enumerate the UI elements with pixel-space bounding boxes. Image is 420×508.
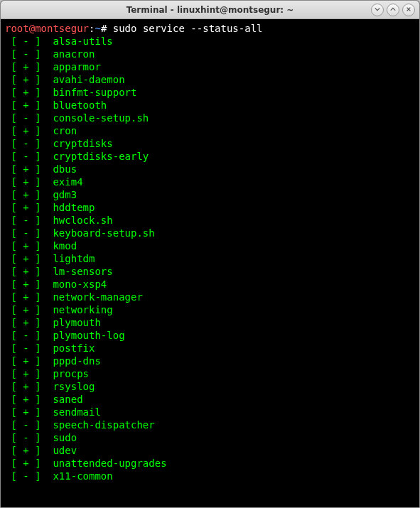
service-status: [ + ] <box>5 266 53 277</box>
service-status: [ - ] <box>5 227 53 239</box>
service-status: [ - ] <box>5 432 53 443</box>
service-name: kmod <box>53 240 77 252</box>
service-row: [ + ] kmod <box>5 239 415 252</box>
prompt-user: root@montsegur <box>5 23 89 34</box>
service-name: sudo <box>53 432 77 443</box>
service-name: cron <box>53 125 77 136</box>
service-name: plymouth <box>53 317 100 328</box>
close-button[interactable] <box>402 4 415 16</box>
service-status: [ + ] <box>5 279 53 290</box>
service-row: [ + ] plymouth <box>5 316 415 329</box>
service-status: [ + ] <box>5 202 53 213</box>
service-name: speech-dispatcher <box>53 419 154 431</box>
service-row: [ + ] udev <box>5 444 415 457</box>
service-status: [ - ] <box>5 330 53 341</box>
service-status: [ + ] <box>5 189 53 200</box>
service-row: [ - ] sudo <box>5 431 415 444</box>
service-name: avahi-daemon <box>53 74 124 85</box>
service-status: [ + ] <box>5 394 53 405</box>
service-row: [ + ] binfmt-support <box>5 86 415 99</box>
service-name: rsyslog <box>53 381 95 392</box>
service-row: [ + ] pppd-dns <box>5 355 415 367</box>
service-name: network-manager <box>53 291 142 303</box>
service-name: exim4 <box>53 176 82 188</box>
service-status: [ + ] <box>5 99 53 111</box>
service-name: cryptdisks <box>53 138 112 149</box>
service-name: plymouth-log <box>53 330 124 341</box>
service-status: [ + ] <box>5 381 53 392</box>
service-status: [ + ] <box>5 406 53 418</box>
service-status: [ + ] <box>5 125 53 136</box>
service-row: [ - ] anacron <box>5 48 415 60</box>
service-name: console-setup.sh <box>53 112 149 124</box>
service-row: [ + ] mono-xsp4 <box>5 278 415 291</box>
service-status: [ + ] <box>5 87 53 98</box>
service-row: [ + ] sendmail <box>5 406 415 418</box>
service-status: [ - ] <box>5 151 53 162</box>
service-name: gdm3 <box>53 189 77 200</box>
service-row: [ + ] networking <box>5 303 415 316</box>
service-status: [ + ] <box>5 163 53 175</box>
service-name: procps <box>53 368 89 379</box>
service-status: [ + ] <box>5 61 53 72</box>
service-status: [ - ] <box>5 419 53 431</box>
service-name: cryptdisks-early <box>53 151 149 162</box>
maximize-button[interactable] <box>387 4 399 16</box>
service-status: [ - ] <box>5 36 53 47</box>
command-text: sudo service --status-all <box>113 23 263 34</box>
service-name: hddtemp <box>53 202 95 213</box>
service-name: pppd-dns <box>53 355 100 367</box>
service-row: [ - ] plymouth-log <box>5 329 415 342</box>
service-row: [ + ] exim4 <box>5 175 415 188</box>
service-status: [ + ] <box>5 304 53 315</box>
prompt-path: ~ <box>95 23 100 34</box>
service-status: [ - ] <box>5 112 53 124</box>
service-row: [ + ] unattended-upgrades <box>5 457 415 470</box>
window-title: Terminal - linuxhint@montsegur: ~ <box>5 5 415 15</box>
service-name: bluetooth <box>53 99 107 111</box>
service-row: [ - ] console-setup.sh <box>5 112 415 124</box>
service-status: [ - ] <box>5 342 53 354</box>
service-status: [ - ] <box>5 215 53 226</box>
terminal-window: Terminal - linuxhint@montsegur: ~ root@m… <box>0 0 420 508</box>
service-status: [ + ] <box>5 253 53 264</box>
close-icon <box>406 6 411 13</box>
prompt-sep2: # <box>101 23 107 34</box>
terminal-content[interactable]: root@montsegur:~# sudo service --status-… <box>1 19 419 507</box>
service-name: postfix <box>53 342 95 354</box>
service-status: [ + ] <box>5 74 53 85</box>
minimize-button[interactable] <box>371 4 384 16</box>
service-row: [ + ] dbus <box>5 163 415 175</box>
service-name: saned <box>53 394 82 405</box>
service-row: [ + ] network-manager <box>5 291 415 303</box>
service-row: [ + ] lightdm <box>5 252 415 265</box>
service-row: [ + ] hddtemp <box>5 201 415 214</box>
service-name: keyboard-setup.sh <box>53 227 154 239</box>
service-row: [ - ] cryptdisks-early <box>5 150 415 163</box>
service-name: udev <box>53 445 77 456</box>
service-row: [ + ] procps <box>5 367 415 380</box>
service-status: [ + ] <box>5 445 53 456</box>
service-status: [ - ] <box>5 48 53 60</box>
service-row: [ - ] cryptdisks <box>5 137 415 150</box>
service-name: unattended-upgrades <box>53 458 166 469</box>
service-name: networking <box>53 304 112 315</box>
service-status: [ + ] <box>5 291 53 303</box>
service-row: [ + ] avahi-daemon <box>5 73 415 86</box>
service-row: [ + ] rsyslog <box>5 380 415 393</box>
service-status: [ + ] <box>5 317 53 328</box>
titlebar: Terminal - linuxhint@montsegur: ~ <box>1 1 419 19</box>
service-name: dbus <box>53 163 77 175</box>
service-name: hwclock.sh <box>53 215 112 226</box>
service-row: [ + ] bluetooth <box>5 99 415 112</box>
service-name: binfmt-support <box>53 87 136 98</box>
service-row: [ - ] alsa-utils <box>5 35 415 48</box>
service-row: [ - ] keyboard-setup.sh <box>5 227 415 239</box>
service-name: lm-sensors <box>53 266 112 277</box>
service-status: [ + ] <box>5 176 53 188</box>
service-name: lightdm <box>53 253 95 264</box>
service-status: [ + ] <box>5 355 53 367</box>
chevron-down-icon <box>375 6 380 13</box>
service-row: [ + ] apparmor <box>5 60 415 73</box>
service-name: apparmor <box>53 61 100 72</box>
